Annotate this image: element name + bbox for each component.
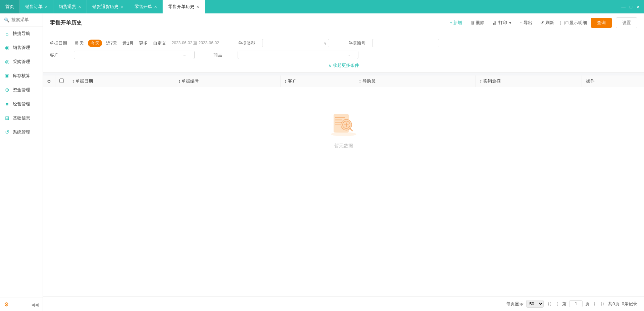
th-guide-label: ↕ 导购员 (359, 79, 376, 84)
date-opt-more[interactable]: 更多 (138, 40, 149, 47)
filter-date-options: 昨天 今天 近7天 近1月 更多 自定义 2023-06-02 至 2023-0… (74, 40, 219, 47)
number-filter-label: 单据编号 (348, 40, 367, 46)
tab-sales-return-close[interactable]: ✕ (78, 5, 81, 9)
type-select[interactable] (262, 39, 329, 47)
collapse-label: 收起更多条件 (333, 62, 359, 68)
tab-retail-open-history-label: 零售开单历史 (168, 4, 194, 10)
date-opt-1month[interactable]: 近1月 (121, 40, 135, 47)
page-number-input[interactable] (569, 300, 583, 307)
sidebar-item-basic-info[interactable]: ⊞ 基础信息 (0, 111, 43, 125)
date-opt-yesterday[interactable]: 昨天 (74, 40, 85, 47)
settings-gear-icon[interactable]: ⚙ (4, 301, 9, 308)
tab-sales-return[interactable]: 销货退货 ✕ (53, 0, 87, 13)
display-detail-input[interactable] (560, 21, 564, 25)
query-button[interactable]: 查询 (591, 18, 612, 28)
page-first-btn[interactable]: ⟨⟨ (546, 301, 552, 307)
th-guide: ↕ 导购员 (355, 75, 445, 87)
th-number-label: ↕ 单据编号 (178, 79, 199, 84)
page-prev-btn[interactable]: ⟨ (555, 301, 559, 307)
export-button[interactable]: ↑ 导出 (518, 18, 534, 27)
display-detail-checkbox[interactable]: □ 显示明细 (560, 20, 587, 26)
sidebar-item-purchase-mgmt[interactable]: ◎ 采购管理 (0, 55, 43, 69)
sidebar-item-operations[interactable]: ≡ 经营管理 (0, 97, 43, 111)
th-customer: ↕ 客户 (280, 75, 355, 87)
data-table: ⚙ ↕ 单据日期 ↕ 单据编号 (43, 75, 644, 87)
sidebar-item-purchase-mgmt-label: 采购管理 (13, 59, 30, 65)
date-opt-custom[interactable]: 自定义 (152, 40, 167, 47)
sidebar-item-inventory[interactable]: ▣ 库存核算 (0, 69, 43, 83)
tab-sales-order-close[interactable]: ✕ (45, 5, 48, 9)
tab-retail-open-close[interactable]: ✕ (154, 5, 157, 9)
th-action: 操作 (582, 75, 644, 87)
sidebar-item-quick-nav-label: 快捷导航 (13, 31, 30, 37)
empty-illustration (327, 107, 360, 138)
box-icon: ▣ (4, 73, 10, 79)
sidebar-collapse-btn[interactable]: ◀◀ (31, 302, 39, 307)
tab-home[interactable]: 首页 (0, 0, 20, 13)
collapse-icon: ∧ (328, 63, 332, 68)
th-amount-label: ↕ 实销金额 (480, 79, 500, 84)
date-opt-today[interactable]: 今天 (88, 40, 102, 47)
pagination: 每页显示 50 20 100 ⟨⟨ ⟨ 第 页 ⟩ ⟩⟩ 共0页, 0条记录 (43, 296, 644, 311)
svg-rect-5 (335, 124, 341, 125)
customer-filter-label: 客户 (50, 52, 68, 58)
svg-rect-2 (335, 117, 345, 118)
doc-icon: ⊞ (4, 115, 10, 121)
sidebar-item-sys-mgmt-label: 系统管理 (13, 129, 30, 135)
per-page-select[interactable]: 50 20 100 (526, 300, 544, 308)
th-action-label: 操作 (586, 79, 595, 84)
window-maximize[interactable]: □ (630, 4, 632, 9)
customer-input[interactable]: ··· (74, 51, 195, 59)
chart-icon: ◉ (4, 45, 10, 51)
goods-input[interactable]: ··· (238, 51, 358, 59)
print-label: 打印 (498, 20, 507, 26)
sidebar-item-quick-nav[interactable]: ⌂ 快捷导航 (0, 27, 43, 41)
tab-sales-return-history-close[interactable]: ✕ (120, 5, 123, 9)
tab-home-label: 首页 (5, 4, 14, 10)
th-spacer (445, 75, 476, 87)
page-next-btn[interactable]: ⟩ (592, 301, 597, 307)
th-settings: ⚙ (43, 75, 55, 87)
th-amount: ↕ 实销金额 (476, 75, 582, 87)
sidebar-item-sales-mgmt[interactable]: ◉ 销售管理 (0, 41, 43, 55)
page-last-btn[interactable]: ⟩⟩ (599, 301, 605, 307)
th-number: ↕ 单据编号 (174, 75, 280, 87)
setting-button[interactable]: 设置 (616, 17, 637, 28)
goods-filter-label: 商品 (213, 52, 232, 58)
sidebar-search[interactable]: 🔍 搜索采单 (0, 13, 43, 27)
tab-retail-open-history[interactable]: 零售开单历史 ✕ (163, 0, 205, 13)
sidebar-item-inventory-label: 库存核算 (13, 73, 30, 79)
tab-sales-return-history[interactable]: 销货退货历史 ✕ (87, 0, 129, 13)
refresh-button[interactable]: ↺ 刷新 (538, 18, 556, 27)
number-input[interactable] (372, 39, 439, 47)
page-total: 共0页, 0条记录 (608, 301, 637, 307)
delete-button[interactable]: 🗑 删除 (468, 18, 487, 27)
window-minimize[interactable]: — (621, 4, 626, 9)
sidebar-search-label: 搜索采单 (11, 17, 29, 23)
tab-retail-open[interactable]: 零售开单 ✕ (129, 0, 163, 13)
toolbar: + 新增 🗑 删除 🖨 打印 ▼ ↑ 导出 ↺ 刷新 (448, 17, 637, 28)
collapse-more-btn[interactable]: ∧ 收起更多条件 (50, 62, 637, 68)
add-button[interactable]: + 新增 (448, 18, 464, 27)
table-settings-icon[interactable]: ⚙ (47, 79, 51, 84)
tab-sales-order[interactable]: 销售订单 ✕ (20, 0, 53, 13)
date-opt-7days[interactable]: 近7天 (105, 40, 118, 47)
table-section: ⚙ ↕ 单据日期 ↕ 单据编号 (43, 75, 644, 296)
sidebar-item-finance[interactable]: ⊕ 资金管理 (0, 83, 43, 97)
date-filter-label: 单据日期 (50, 40, 68, 46)
tab-sales-return-label: 销货退货 (59, 4, 76, 10)
window-close[interactable]: ✕ (636, 4, 640, 9)
main-layout: 🔍 搜索采单 ⌂ 快捷导航 ◉ 销售管理 ◎ 采购管理 ▣ 库存核算 ⊕ 资金管… (0, 13, 644, 311)
export-icon: ↑ (520, 20, 522, 25)
tab-retail-open-history-close[interactable]: ✕ (196, 5, 199, 9)
print-icon: 🖨 (493, 20, 497, 25)
tab-sales-order-label: 销售订单 (25, 4, 43, 10)
date-range-display: 2023-06-02 至 2023-06-02 (171, 40, 219, 46)
filter-area: 单据日期 昨天 今天 近7天 近1月 更多 自定义 2023-06-02 至 2… (43, 35, 644, 73)
sidebar-item-sys-mgmt[interactable]: ↺ 系统管理 (0, 125, 43, 139)
print-button[interactable]: 🖨 打印 ▼ (491, 18, 514, 27)
tab-sales-return-history-label: 销货退货历史 (92, 4, 118, 10)
per-page-label: 每页显示 (506, 301, 524, 307)
goods-ellipsis-icon: ··· (346, 52, 350, 57)
select-all-checkbox[interactable] (59, 79, 64, 83)
